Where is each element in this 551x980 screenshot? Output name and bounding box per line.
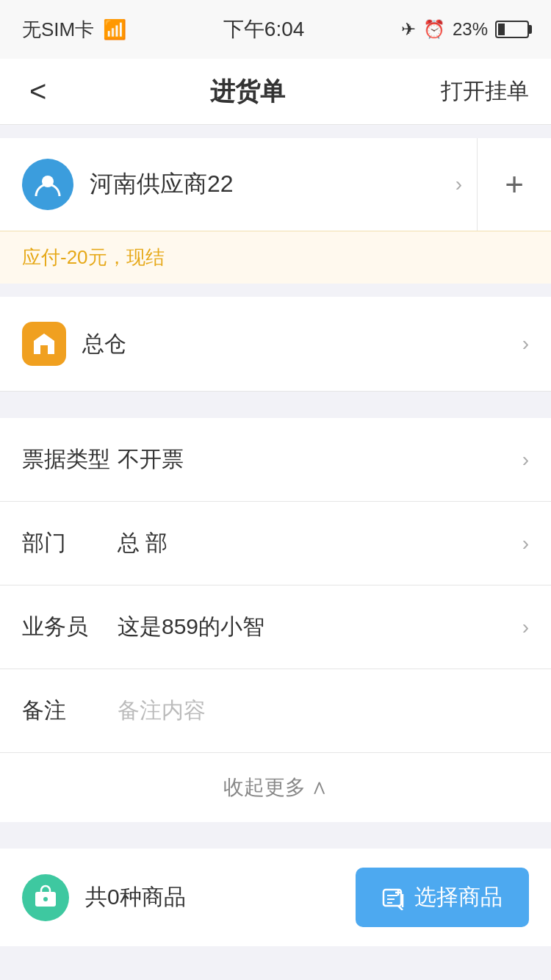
warehouse-icon: [22, 322, 66, 366]
page-title: 进货单: [210, 75, 285, 109]
status-time: 下午6:04: [223, 15, 305, 43]
content: 河南供应商22 › + 应付-20元，现结 总仓 › 票据类型 不开票 › 部门…: [0, 138, 551, 946]
supplier-avatar: [22, 159, 73, 210]
department-value: 总 部: [118, 528, 522, 558]
divider-2: [0, 392, 551, 405]
form-item-department[interactable]: 部门 总 部 ›: [0, 502, 551, 586]
supplier-chevron-icon: ›: [455, 173, 462, 196]
form-item-salesperson[interactable]: 业务员 这是859的小智 ›: [0, 586, 551, 669]
status-left: 无SIM卡 📶: [22, 17, 126, 43]
remark-label: 备注: [22, 696, 118, 726]
alarm-icon: ⏰: [423, 19, 445, 40]
open-pending-button[interactable]: 打开挂单: [441, 76, 529, 107]
status-bar: 无SIM卡 📶 下午6:04 ✈ ⏰ 23%: [0, 0, 551, 59]
divider-1: [0, 284, 551, 297]
department-chevron-icon: ›: [522, 532, 529, 555]
battery-icon: [495, 21, 529, 38]
warehouse-row[interactable]: 总仓 ›: [0, 297, 551, 392]
remark-value[interactable]: 备注内容: [118, 696, 529, 726]
add-supplier-button[interactable]: +: [478, 138, 551, 231]
department-label: 部门: [22, 528, 118, 558]
supplier-section: 河南供应商22 › +: [0, 138, 551, 231]
notice-banner: 应付-20元，现结: [0, 231, 551, 284]
nav-bar: < 进货单 打开挂单: [0, 59, 551, 125]
bottom-section: 共0种商品 选择商品: [0, 849, 551, 946]
invoice-type-label: 票据类型: [22, 444, 118, 475]
supplier-selector[interactable]: 河南供应商22 ›: [0, 138, 478, 231]
warehouse-label: 总仓: [82, 329, 522, 359]
back-button[interactable]: <: [22, 68, 54, 115]
salesperson-label: 业务员: [22, 612, 118, 642]
salesperson-chevron-icon: ›: [522, 616, 529, 639]
carrier-text: 无SIM卡: [22, 17, 94, 43]
form-item-remark[interactable]: 备注 备注内容: [0, 669, 551, 752]
svg-point-3: [43, 897, 48, 901]
select-product-label: 选择商品: [414, 882, 503, 912]
status-right: ✈ ⏰ 23%: [401, 19, 529, 40]
collapse-label: 收起更多 ∧: [223, 774, 328, 801]
supplier-name: 河南供应商22: [90, 168, 448, 201]
form-section: 票据类型 不开票 › 部门 总 部 › 业务员 这是859的小智 › 备注 备注…: [0, 418, 551, 752]
select-product-button[interactable]: 选择商品: [356, 868, 529, 927]
svg-rect-1: [40, 345, 48, 354]
form-item-invoice[interactable]: 票据类型 不开票 ›: [0, 418, 551, 502]
location-icon: ✈: [401, 19, 416, 40]
salesperson-value: 这是859的小智: [118, 612, 522, 642]
collapse-bar[interactable]: 收起更多 ∧: [0, 752, 551, 822]
select-product-icon: [382, 885, 407, 910]
invoice-type-value: 不开票: [118, 444, 522, 475]
divider-3: [0, 822, 551, 835]
wifi-icon: 📶: [103, 18, 126, 41]
warehouse-chevron-icon: ›: [522, 332, 529, 356]
product-count-label: 共0种商品: [85, 882, 356, 912]
product-icon: [22, 874, 69, 921]
invoice-chevron-icon: ›: [522, 448, 529, 472]
battery-percent: 23%: [453, 19, 488, 40]
